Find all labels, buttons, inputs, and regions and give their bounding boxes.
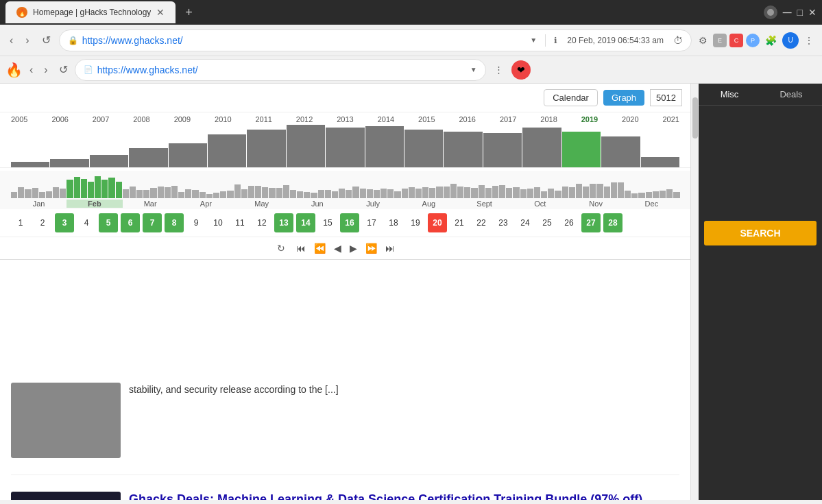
month-mar[interactable]: Mar: [123, 200, 178, 208]
year-2016[interactable]: 2016: [459, 115, 475, 123]
day-btn-10[interactable]: 10: [208, 213, 228, 232]
day-btn-15[interactable]: 15: [318, 213, 337, 232]
month-jul[interactable]: July: [346, 200, 401, 208]
day-btn-12[interactable]: 12: [252, 213, 271, 232]
month-aug[interactable]: Aug: [401, 200, 457, 208]
day-btn-11[interactable]: 11: [230, 213, 250, 232]
scrollbar-thumb[interactable]: [692, 97, 698, 139]
year-2006[interactable]: 2006: [51, 115, 68, 123]
window-maximize-btn[interactable]: □: [797, 7, 803, 18]
day-btn-24[interactable]: 24: [516, 213, 535, 232]
month-sept[interactable]: Sept: [457, 200, 512, 208]
year-2017[interactable]: 2017: [500, 115, 516, 123]
day-btn-5[interactable]: 5: [99, 213, 118, 232]
year-2008[interactable]: 2008: [133, 115, 149, 123]
year-2021[interactable]: 2021: [663, 115, 679, 123]
year-bar-2005[interactable]: [11, 162, 49, 167]
year-2020[interactable]: 2020: [622, 115, 638, 123]
tab-close-icon[interactable]: ✕: [156, 7, 165, 18]
year-bar-2017[interactable]: [483, 133, 522, 167]
forward-button[interactable]: ›: [21, 32, 33, 49]
extensions-button[interactable]: 🧩: [762, 32, 779, 49]
window-close-btn[interactable]: ✕: [808, 7, 817, 18]
day-btn-26[interactable]: 26: [559, 213, 579, 232]
day-btn-3[interactable]: 3: [55, 213, 74, 232]
article-title-2[interactable]: Ghacks Deals: Machine Learning & Data Sc…: [129, 492, 679, 500]
year-bar-2010[interactable]: [208, 134, 246, 167]
heart-button[interactable]: ❤: [511, 60, 531, 80]
year-2009[interactable]: 2009: [174, 115, 191, 123]
settings-button[interactable]: ⚙: [696, 32, 710, 49]
year-bar-2013[interactable]: [326, 128, 364, 167]
month-jan[interactable]: Jan: [11, 200, 67, 208]
address-bar[interactable]: 🔒 https://www.ghacks.net/ ▼ ℹ 20 Feb, 20…: [59, 29, 692, 51]
month-nov[interactable]: Nov: [568, 200, 624, 208]
year-bar-2016[interactable]: [444, 132, 482, 167]
day-btn-7[interactable]: 7: [143, 213, 162, 232]
user-avatar[interactable]: U: [782, 32, 799, 49]
active-tab[interactable]: 🔥 Homepage | gHacks Technology ✕: [5, 1, 176, 23]
month-feb[interactable]: Feb: [67, 200, 122, 208]
month-oct[interactable]: Oct: [512, 200, 568, 208]
toolbar-back-button[interactable]: ‹: [25, 61, 37, 79]
window-minimize-btn[interactable]: ─: [783, 5, 792, 20]
day-btn-20[interactable]: 20: [428, 213, 447, 232]
history-icon[interactable]: ⏱: [673, 35, 683, 46]
extension-2[interactable]: C: [729, 34, 743, 47]
month-jun[interactable]: Jun: [289, 200, 345, 208]
year-bar-2018[interactable]: [522, 128, 561, 167]
year-2011[interactable]: 2011: [255, 115, 271, 123]
day-btn-14[interactable]: 14: [296, 213, 315, 232]
year-2005[interactable]: 2005: [11, 115, 27, 123]
day-btn-21[interactable]: 21: [450, 213, 469, 232]
year-2018[interactable]: 2018: [540, 115, 557, 123]
day-btn-1[interactable]: 1: [11, 213, 30, 232]
month-apr[interactable]: Apr: [178, 200, 234, 208]
toolbar-dropdown-icon[interactable]: ▼: [470, 66, 477, 73]
year-bar-2012[interactable]: [287, 125, 325, 167]
nav-next-button[interactable]: ▶: [347, 241, 360, 255]
day-btn-17[interactable]: 17: [362, 213, 381, 232]
search-button[interactable]: SEARCH: [704, 221, 817, 245]
year-2012[interactable]: 2012: [296, 115, 313, 123]
day-btn-22[interactable]: 22: [472, 213, 491, 232]
day-btn-4[interactable]: 4: [77, 213, 96, 232]
toolbar-address-bar[interactable]: 📄 https://www.ghacks.net/ ▼: [75, 59, 486, 81]
day-btn-28[interactable]: 28: [603, 213, 622, 232]
refresh-icon[interactable]: ↻: [277, 243, 285, 254]
new-tab-button[interactable]: +: [180, 5, 198, 20]
year-2010[interactable]: 2010: [215, 115, 231, 123]
nav-first-button[interactable]: ⏮: [293, 241, 309, 255]
address-dropdown-icon[interactable]: ▼: [530, 36, 537, 44]
month-dec[interactable]: Dec: [624, 200, 679, 208]
year-bar-2015[interactable]: [404, 130, 443, 167]
day-btn-8[interactable]: 8: [165, 213, 184, 232]
year-bar-2006[interactable]: [50, 159, 88, 167]
scrollbar[interactable]: [690, 84, 699, 500]
year-bar-2008[interactable]: [129, 148, 167, 167]
year-bar-2014[interactable]: [365, 126, 404, 167]
day-btn-6[interactable]: 6: [121, 213, 140, 232]
day-btn-2[interactable]: 2: [33, 213, 52, 232]
year-bar-2007[interactable]: [90, 155, 128, 167]
nav-last-button[interactable]: ⏭: [383, 241, 398, 255]
year-2007[interactable]: 2007: [93, 115, 109, 123]
year-bar-2019[interactable]: [562, 132, 601, 167]
year-2019[interactable]: 2019: [581, 115, 598, 123]
nav-prev-year-button[interactable]: ⏪: [311, 241, 328, 255]
tab-misc[interactable]: Misc: [699, 84, 760, 105]
year-bar-2020[interactable]: [601, 136, 640, 167]
graph-button[interactable]: Graph: [603, 90, 644, 106]
info-icon[interactable]: ℹ: [554, 36, 557, 45]
day-btn-27[interactable]: 27: [581, 213, 601, 232]
year-2014[interactable]: 2014: [378, 115, 394, 123]
year-bar-2011[interactable]: [247, 130, 285, 167]
year-2013[interactable]: 2013: [337, 115, 353, 123]
day-btn-18[interactable]: 18: [384, 213, 403, 232]
day-btn-23[interactable]: 23: [494, 213, 513, 232]
day-btn-13[interactable]: 13: [274, 213, 293, 232]
tab-deals[interactable]: Deals: [760, 84, 822, 105]
nav-next-year-button[interactable]: ⏩: [363, 241, 380, 255]
month-may[interactable]: May: [234, 200, 289, 208]
toolbar-refresh-button[interactable]: ↺: [55, 60, 72, 79]
